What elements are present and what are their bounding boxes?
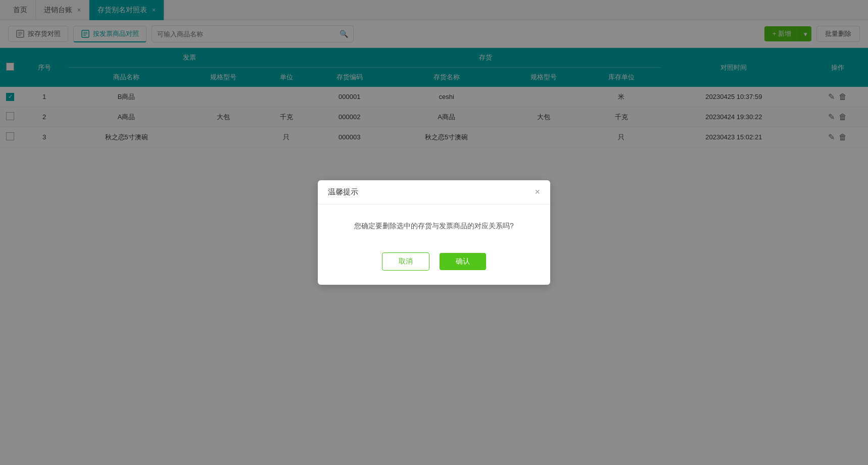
- dialog-close-button[interactable]: ×: [535, 187, 540, 196]
- dialog-footer: 取消 确认: [318, 242, 550, 285]
- btn-cancel[interactable]: 取消: [382, 252, 429, 271]
- btn-cancel-label: 取消: [399, 257, 413, 265]
- dialog-message: 您确定要删除选中的存货与发票商品的对应关系吗?: [354, 222, 514, 230]
- dialog-body: 您确定要删除选中的存货与发票商品的对应关系吗?: [318, 204, 550, 242]
- dialog: 温馨提示 × 您确定要删除选中的存货与发票商品的对应关系吗? 取消 确认: [318, 180, 550, 285]
- dialog-header: 温馨提示 ×: [318, 180, 550, 204]
- dialog-title: 温馨提示: [328, 187, 358, 197]
- dialog-overlay: 温馨提示 × 您确定要删除选中的存货与发票商品的对应关系吗? 取消 确认: [0, 0, 868, 465]
- btn-confirm[interactable]: 确认: [440, 253, 486, 270]
- btn-confirm-label: 确认: [456, 257, 470, 265]
